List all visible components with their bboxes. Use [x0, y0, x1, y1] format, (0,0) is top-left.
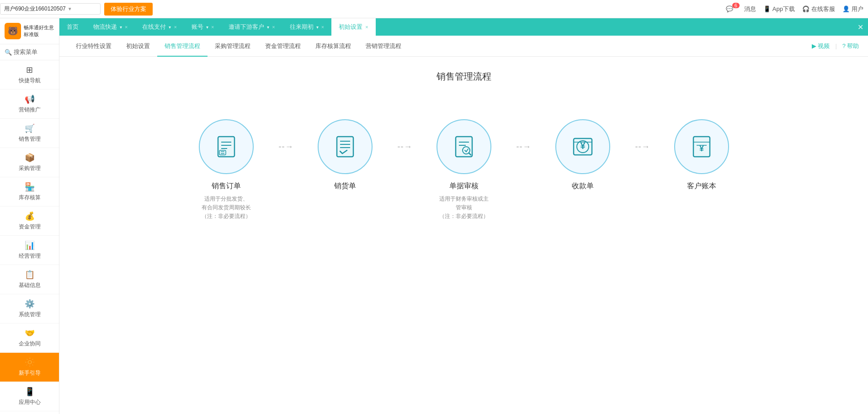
flow-title: 销售管理流程 — [437, 70, 491, 83]
cart-icon: 🛒 — [25, 123, 35, 133]
chevron-down-icon: ▾ — [316, 25, 319, 30]
chevron-down-icon: ▾ — [169, 25, 171, 30]
nav-tabs-bar: 首页 物流快递 ▾ × 在线支付 ▾ × 账号 ▾ × 邀请下游客户 ▾ × — [59, 18, 868, 36]
sidebar-item-new-guide[interactable]: 🔆 新手引导 — [0, 353, 59, 382]
main-content: 行业特性设置 初始设置 销售管理流程 采购管理流程 资金管理流程 库存核算流程 — [59, 36, 868, 414]
sidebar-item-basic-info[interactable]: 📋 基础信息 — [0, 265, 59, 294]
header-right: 💬 6 消息 📱 App下载 🎧 在线客服 👤 用户 — [726, 5, 863, 13]
sidebar-item-finance[interactable]: 💰 资金管理 — [0, 207, 59, 236]
close-icon[interactable]: × — [272, 24, 275, 30]
step-name-sales-order: 销售订单 — [212, 181, 241, 191]
handshake-icon: 🤝 — [25, 328, 35, 338]
logo-icon: 🐻 — [5, 23, 21, 39]
ledger-icon: ¥ — [689, 134, 714, 159]
megaphone-icon: 📢 — [25, 94, 35, 104]
app-download-item[interactable]: 📱 App下载 — [763, 5, 795, 13]
sub-tabs-bar: 行业特性设置 初始设置 销售管理流程 采购管理流程 资金管理流程 库存核算流程 — [59, 36, 868, 57]
flow-circle-customer-ledger[interactable]: ¥ — [674, 119, 729, 174]
top-header: 用户690企业1660120507 ▼ 体验行业方案 💬 6 消息 📱 App下… — [0, 0, 868, 18]
sub-tab-finance-flow[interactable]: 资金管理流程 — [258, 36, 308, 57]
list-icon: 📋 — [25, 270, 35, 280]
chevron-down-icon: ▼ — [68, 6, 72, 11]
order-icon — [213, 134, 239, 159]
sidebar-item-marketing-promo[interactable]: 📢 营销推广 — [0, 90, 59, 119]
chevron-down-icon: ▾ — [120, 25, 122, 30]
nav-tab-logistics[interactable]: 物流快递 ▾ × — [86, 18, 135, 36]
nav-tab-account[interactable]: 账号 ▾ × — [184, 18, 221, 36]
sidebar-item-purchase-mgmt[interactable]: 📦 采购管理 — [0, 148, 59, 177]
store-icon: 🏪 — [25, 182, 35, 192]
user-avatar-item[interactable]: 👤 用户 — [842, 5, 863, 13]
flow-circle-receipt[interactable]: ¥ — [555, 119, 610, 174]
sidebar-item-inventory[interactable]: 🏪 库存核算 — [0, 177, 59, 207]
sub-tab-marketing-flow[interactable]: 营销管理流程 — [358, 36, 409, 57]
sidebar-item-sales-mgmt[interactable]: 🛒 销售管理 — [0, 119, 59, 148]
nav-tab-payment[interactable]: 在线支付 ▾ × — [135, 18, 184, 36]
invoice-icon — [332, 134, 358, 159]
logo-text: 畅库通好生意 标准版 — [24, 24, 54, 38]
flow-diagram: 销售订单 适用于分批发货、有合同发货周期较长（注：非必要流程） - - → — [181, 119, 747, 221]
sidebar-item-app-center[interactable]: 📱 应用中心 — [0, 382, 59, 411]
flow-step-customer-ledger: ¥ 客户账本 — [656, 119, 747, 195]
online-service-item[interactable]: 🎧 在线客服 — [802, 5, 835, 13]
nav-tab-invite-downstream[interactable]: 邀请下游客户 ▾ × — [221, 18, 282, 36]
trial-button[interactable]: 体验行业方案 — [104, 3, 153, 16]
gear-icon: ⚙️ — [25, 299, 35, 309]
close-icon[interactable]: × — [321, 24, 324, 30]
flow-step-doc-review: 单据审核 适用于财务审核或主管审核（注：非必要流程） — [418, 119, 510, 221]
sidebar-search[interactable]: 🔍 搜索菜单 — [0, 44, 59, 60]
flow-circle-sales-order[interactable] — [199, 119, 254, 174]
close-icon[interactable]: × — [174, 24, 176, 30]
step-name-receipt: 收款单 — [572, 181, 594, 191]
headset-icon: 🎧 — [802, 5, 809, 12]
close-icon[interactable]: × — [125, 24, 128, 30]
close-icon[interactable]: × — [211, 24, 214, 30]
chart-icon: 📊 — [25, 240, 35, 250]
step-name-sales-invoice: 销货单 — [334, 181, 356, 191]
help-item[interactable]: ? 帮助 — [842, 42, 859, 50]
sub-tab-industry-settings[interactable]: 行业特性设置 — [69, 36, 119, 57]
message-label: 消息 — [744, 5, 756, 13]
app-download-label: App下载 — [772, 5, 795, 13]
sidebar-item-system-mgmt[interactable]: ⚙️ 系统管理 — [0, 294, 59, 324]
sidebar-item-enterprise-wechat[interactable]: 💬 企业微信 — [0, 411, 59, 414]
flow-circle-doc-review[interactable] — [437, 119, 491, 174]
svg-rect-7 — [337, 137, 353, 157]
header-left: 用户690企业1660120507 ▼ 体验行业方案 — [0, 3, 153, 16]
nav-tab-home[interactable]: 首页 — [59, 18, 86, 36]
play-icon: ▶ — [812, 42, 816, 49]
sidebar: 🐻 畅库通好生意 标准版 🔍 搜索菜单 ⊞ 快捷导航 📢 营销推广 🛒 销售管理… — [0, 18, 59, 414]
sub-tab-purchase-flow[interactable]: 采购管理流程 — [208, 36, 258, 57]
arrow-icon: - - → — [517, 142, 530, 152]
flow-circle-sales-invoice[interactable] — [318, 119, 373, 174]
user-selector-text: 用户690企业1660120507 — [4, 5, 66, 13]
close-all-tabs-icon[interactable]: ✕ — [857, 23, 863, 32]
arrow-icon: - - → — [279, 142, 293, 152]
message-badge: 6 — [732, 3, 740, 8]
sidebar-item-enterprise-coop[interactable]: 🤝 企业协同 — [0, 324, 59, 353]
content-area: 首页 物流快递 ▾ × 在线支付 ▾ × 账号 ▾ × 邀请下游客户 ▾ × — [59, 18, 868, 414]
close-icon[interactable]: × — [365, 24, 368, 30]
nav-tab-initial-setup[interactable]: 初始设置 × — [331, 18, 375, 36]
message-item[interactable]: 💬 6 消息 — [726, 5, 756, 13]
nav-tab-period-initial[interactable]: 往来期初 ▾ × — [282, 18, 331, 36]
flow-arrow-1: - - → — [272, 119, 299, 152]
mobile-icon: 📱 — [25, 387, 35, 397]
sidebar-item-quick-nav[interactable]: ⊞ 快捷导航 — [0, 60, 59, 90]
step-desc-doc-review: 适用于财务审核或主管审核（注：非必要流程） — [439, 195, 489, 221]
user-selector[interactable]: 用户690企业1660120507 ▼ — [0, 3, 101, 15]
box-icon: 📦 — [25, 153, 35, 163]
review-icon — [451, 134, 477, 159]
flow-arrow-3: - - → — [510, 119, 537, 152]
sub-tab-initial-settings[interactable]: 初始设置 — [119, 36, 157, 57]
arrow-icon: - - → — [398, 142, 411, 152]
video-help-item[interactable]: ▶ 视频 — [812, 42, 830, 50]
money-icon: 💰 — [25, 211, 35, 221]
sub-tab-sales-flow[interactable]: 销售管理流程 — [157, 36, 208, 57]
flow-step-sales-order: 销售订单 适用于分批发货、有合同发货周期较长（注：非必要流程） — [181, 119, 272, 221]
sub-tab-inventory-flow[interactable]: 库存核算流程 — [308, 36, 358, 57]
online-service-label: 在线客服 — [811, 5, 835, 13]
sidebar-item-ops-mgmt[interactable]: 📊 经营管理 — [0, 236, 59, 265]
search-icon: 🔍 — [5, 49, 12, 56]
chevron-down-icon: ▾ — [267, 25, 269, 30]
